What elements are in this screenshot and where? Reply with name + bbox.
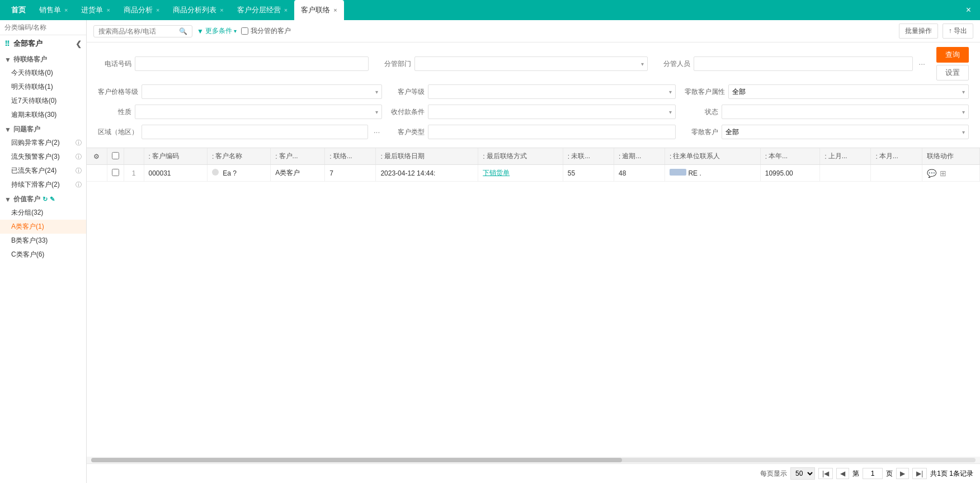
- filter-nature-select[interactable]: ▾: [135, 105, 382, 119]
- row-action-qr-icon[interactable]: ⊞: [940, 169, 946, 178]
- tab-analysis[interactable]: 商品分析 ×: [117, 0, 166, 20]
- setting-button[interactable]: 设置: [936, 65, 969, 80]
- row-action-cell: 💬 ⊞: [922, 165, 979, 182]
- filter-cell-status: 状态 ▾: [680, 103, 973, 121]
- filter-cell-cust-type: 客户类型: [387, 123, 680, 141]
- tab-customer-contact[interactable]: 客户联络 ×: [294, 0, 343, 20]
- row-name-cell: Ea ?: [207, 165, 270, 182]
- table-row: 1 000031 Ea ? A类客户: [87, 165, 980, 182]
- tab-analysis-close[interactable]: ×: [156, 7, 159, 13]
- tab-customer-segment[interactable]: 客户分层经营 ×: [230, 0, 294, 20]
- filter-cust-type-label: 客户类型: [391, 127, 425, 137]
- sidebar-item-c-class[interactable]: C类客户(6): [0, 248, 86, 262]
- sidebar-group-value: ▼ 价值客户 ↻ ✎: [0, 192, 86, 206]
- sidebar-item-7days[interactable]: 近7天待联络(0): [0, 94, 86, 108]
- sidebar-item-b-class[interactable]: B类客户(33): [0, 234, 86, 248]
- row-action-chat-icon[interactable]: 💬: [927, 169, 936, 178]
- sidebar-item-churn-warning[interactable]: 流失预警客户(3) ⓘ: [0, 150, 86, 164]
- row-last-month-cell: [820, 165, 871, 182]
- filter-region-select[interactable]: [142, 125, 368, 139]
- filter-cust-type-input[interactable]: [428, 125, 675, 139]
- row-last-method[interactable]: 下销货单: [483, 169, 510, 177]
- data-table: ⚙ : 客户编码: [87, 148, 980, 182]
- tab-customer-contact-close[interactable]: ×: [333, 7, 337, 13]
- col-settings[interactable]: ⚙: [87, 148, 107, 165]
- filter-actions: 批量操作 ↑ 导出: [899, 23, 973, 39]
- filter-region-more[interactable]: ···: [371, 127, 383, 136]
- batch-ops-button[interactable]: 批量操作: [899, 23, 938, 39]
- filter-cell-retail-attr: 零散客户属性 全部 ▾: [680, 83, 973, 101]
- filter-manager-select[interactable]: [694, 56, 913, 71]
- col-seq-header: [124, 148, 144, 165]
- sidebar-group-problem-label: 问题客户: [13, 125, 40, 134]
- sidebar-item-overdue[interactable]: 逾期未联络(30): [0, 108, 86, 122]
- filter-price-level-select[interactable]: ▾: [142, 84, 382, 99]
- row-level: A类客户: [275, 169, 300, 177]
- page-number-input[interactable]: [863, 468, 883, 479]
- sidebar-item-tomorrow[interactable]: 明天待联络(1): [0, 80, 86, 94]
- sidebar-item-repurchase-label: 回购异常客户(2): [11, 138, 60, 148]
- scrollbar-track: [91, 458, 976, 462]
- select-all-checkbox[interactable]: [112, 152, 119, 159]
- tab-purchase-label: 进货单: [81, 5, 103, 15]
- sidebar-all-customers[interactable]: ⠿ 全部客户 ❮: [0, 35, 86, 52]
- filter-cust-level-select[interactable]: ▾: [428, 84, 675, 99]
- prev-page-btn[interactable]: ◀: [836, 468, 849, 479]
- sidebar-item-unclassified-label: 未分组(32): [11, 208, 43, 217]
- filter-search-icon[interactable]: 🔍: [179, 27, 187, 35]
- tab-sales-close[interactable]: ×: [64, 7, 68, 13]
- tab-purchase-close[interactable]: ×: [106, 7, 110, 13]
- tab-sales[interactable]: 销售单 ×: [32, 0, 74, 20]
- tab-customer-segment-label: 客户分层经营: [237, 5, 281, 15]
- value-group-refresh-icon[interactable]: ↻: [43, 196, 48, 203]
- sidebar-item-unclassified[interactable]: 未分组(32): [0, 206, 86, 220]
- export-button[interactable]: ↑ 导出: [943, 23, 973, 39]
- last-page-btn[interactable]: ▶|: [912, 468, 927, 479]
- filter-dept-select[interactable]: ▾: [414, 56, 648, 71]
- col-contact-header: : 联络...: [325, 148, 376, 165]
- filter-status-select[interactable]: ▾: [722, 105, 969, 119]
- col-level-label: 客户...: [279, 151, 298, 161]
- tab-purchase[interactable]: 进货单 ×: [74, 0, 116, 20]
- sidebar-search-bar: 🔍: [0, 20, 86, 35]
- filter-retail-attr-arrow: ▾: [962, 89, 965, 95]
- row-code-cell: 000031: [144, 165, 207, 182]
- col-overdue-header: : 逾期...: [614, 148, 665, 165]
- filter-search-input[interactable]: [98, 27, 177, 35]
- query-button[interactable]: 查询: [936, 47, 969, 63]
- sidebar-item-today[interactable]: 今天待联络(0): [0, 66, 86, 80]
- filter-payment-select[interactable]: ▾: [428, 105, 675, 119]
- sidebar-item-repurchase-abnormal[interactable]: 回购异常客户(2) ⓘ: [0, 136, 86, 150]
- sidebar-collapse-btn[interactable]: ❮: [76, 40, 82, 48]
- sidebar-item-declining[interactable]: 持续下滑客户(2) ⓘ: [0, 178, 86, 192]
- filter-mine-checkbox[interactable]: [241, 27, 248, 35]
- row-overdue: 48: [619, 169, 626, 177]
- first-page-btn[interactable]: |◀: [818, 468, 833, 479]
- col-last-date-label: 最后联络日期: [384, 151, 425, 161]
- value-group-edit-icon[interactable]: ✎: [50, 196, 55, 203]
- per-page-select[interactable]: 50: [790, 467, 815, 480]
- close-all-btn[interactable]: ×: [962, 5, 976, 15]
- filter-nature-label: 性质: [98, 107, 131, 117]
- col-unit-contact-label: 往来单位联系人: [673, 151, 720, 161]
- filter-retail-select[interactable]: 全部 ▾: [722, 125, 969, 139]
- settings-gear-icon[interactable]: ⚙: [93, 153, 100, 160]
- tab-analysis-list-close[interactable]: ×: [220, 7, 223, 13]
- filter-manager-more[interactable]: ···: [916, 59, 927, 68]
- filter-phone-input[interactable]: [135, 56, 369, 71]
- filter-more-btn[interactable]: ▼ 更多条件 ▾: [197, 26, 237, 36]
- filter-retail-attr-select[interactable]: 全部 ▾: [728, 84, 969, 99]
- sidebar-search-input[interactable]: [4, 23, 87, 31]
- scrollbar-thumb[interactable]: [91, 458, 622, 462]
- tab-analysis-list[interactable]: 商品分析列表 ×: [166, 0, 230, 20]
- row-checkbox[interactable]: [112, 169, 119, 176]
- filter-bar: 🔍 ▼ 更多条件 ▾ 我分管的客户 批量操作 ↑ 导出: [87, 20, 980, 42]
- tab-customer-segment-close[interactable]: ×: [284, 7, 288, 13]
- horizontal-scrollbar[interactable]: [87, 457, 980, 463]
- tab-home[interactable]: 首页: [4, 0, 32, 20]
- sidebar-group-problem-arrow: ▼: [4, 126, 11, 134]
- sidebar-item-a-class[interactable]: A类客户(1): [0, 220, 86, 234]
- next-page-btn[interactable]: ▶: [896, 468, 909, 479]
- sidebar-item-churned[interactable]: 已流失客户(24) ⓘ: [0, 164, 86, 178]
- filter-cell-payment: 收付款条件 ▾: [387, 103, 680, 121]
